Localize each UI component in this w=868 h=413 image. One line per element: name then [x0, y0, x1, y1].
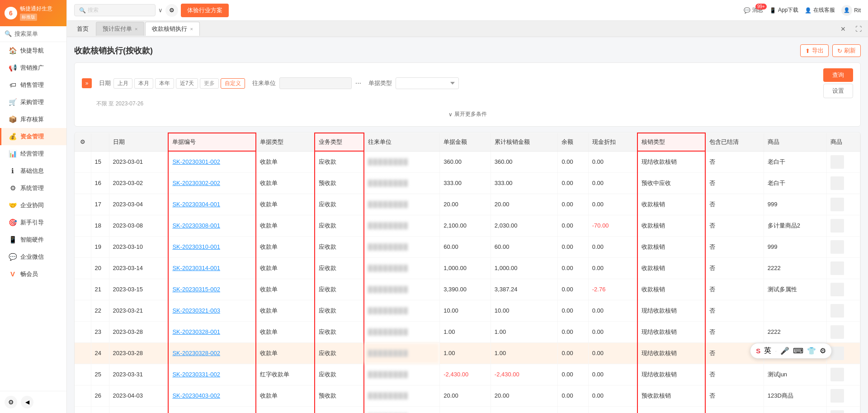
sidebar-item-label: 畅会员: [20, 270, 38, 278]
cell-discount: 0.00: [588, 342, 637, 364]
online-service-button[interactable]: 👤 在线客服: [805, 6, 835, 14]
float-toolbar: S 英 · 🎤 ⌨ 👕 ⚙: [750, 343, 832, 359]
th-cash-discount: 现金折扣: [588, 133, 637, 151]
tab-payable-close[interactable]: ×: [135, 26, 137, 32]
tab-close-all-button[interactable]: ✕: [837, 23, 849, 35]
cell-doc-no[interactable]: SK-20230314-001: [168, 257, 255, 279]
date-filter-label: 日期: [99, 79, 111, 87]
doc-type-select[interactable]: [396, 77, 459, 89]
cell-date: 2023-03-28: [109, 321, 168, 342]
tab-payable[interactable]: 预计应付单 ×: [96, 22, 144, 36]
cell-doc-no[interactable]: SK-20230304-001: [168, 194, 255, 215]
topbar-settings-button[interactable]: ⚙: [165, 4, 178, 17]
cell-amount: 3,390.00: [440, 279, 491, 300]
column-settings-icon[interactable]: ⚙: [80, 138, 85, 145]
cell-write-off-type: 收款核销: [637, 215, 705, 236]
date-btn-7days[interactable]: 近7天: [176, 78, 198, 89]
sidebar-item-operation[interactable]: 📊 经营管理: [0, 145, 66, 162]
wechat-icon: 💬: [9, 253, 17, 261]
sidebar-item-guide[interactable]: 🎯 新手引导: [0, 214, 66, 231]
cell-doc-no[interactable]: SK-20230301-002: [168, 151, 255, 172]
ime-skin-icon[interactable]: 👕: [807, 347, 816, 355]
chevron-down-icon: ∨: [448, 111, 453, 118]
sidebar-gear-button[interactable]: ⚙: [5, 396, 17, 408]
solution-button[interactable]: 体验行业方案: [181, 4, 229, 17]
th-settings[interactable]: ⚙: [75, 133, 91, 151]
cell-discount: 0.00: [588, 257, 637, 279]
cell-product-img: [827, 406, 860, 413]
sidebar-item-label: 基础信息: [20, 167, 44, 175]
app-logo: 6 畅捷通好生意 标推版: [0, 0, 66, 26]
cell-doc-no[interactable]: SK-20230328-001: [168, 321, 255, 342]
cell-doc-no[interactable]: SK-20230308-001: [168, 215, 255, 236]
topbar-dropdown[interactable]: ∨: [158, 7, 163, 14]
date-btn-more[interactable]: 更多: [200, 78, 219, 89]
cell-doc-type: 收款单: [256, 279, 315, 300]
cell-settings: [75, 257, 91, 279]
logo-text: 畅捷通好生意: [20, 5, 52, 13]
cell-settled: 否: [705, 406, 764, 413]
sidebar-item-quick-nav[interactable]: 🏠 快捷导航: [0, 42, 66, 59]
messages-button[interactable]: 💬 消息 99+: [744, 6, 763, 14]
refresh-button[interactable]: ↻ 刷新: [832, 44, 861, 57]
sidebar-search[interactable]: 🔍 搜索菜单: [0, 26, 66, 42]
cell-seq: 19: [91, 236, 109, 257]
service-icon: 👤: [805, 7, 811, 14]
sidebar-item-basic[interactable]: ℹ 基础信息: [0, 162, 66, 180]
date-btn-this-year[interactable]: 本年: [155, 78, 174, 89]
ime-keyboard-icon[interactable]: ⌨: [793, 347, 803, 355]
tabbar-right: ✕ ⛶: [837, 23, 864, 35]
tab-home[interactable]: 首页: [71, 22, 95, 36]
sidebar-item-capital[interactable]: 💰 资金管理: [0, 128, 66, 145]
tab-collection[interactable]: 收款核销执行 ×: [145, 22, 199, 36]
sidebar-item-member[interactable]: V 畅会员: [0, 266, 66, 283]
sidebar-item-wechat[interactable]: 💬 企业微信: [0, 248, 66, 266]
cell-balance: 0.00: [558, 172, 588, 194]
th-seq: [91, 133, 109, 151]
cell-doc-no[interactable]: SK-20230328-002: [168, 342, 255, 364]
cell-seq: 23: [91, 321, 109, 342]
user-name[interactable]: 👤 Rit: [841, 5, 861, 16]
cell-doc-type: 收款单: [256, 194, 315, 215]
ime-english-label[interactable]: 英: [764, 346, 771, 356]
tab-expand-button[interactable]: ⛶: [853, 23, 864, 35]
sidebar-collapse-button[interactable]: ◀: [21, 396, 33, 408]
filter-dots[interactable]: ···: [355, 79, 361, 87]
cell-doc-no[interactable]: SK-20230331-002: [168, 364, 255, 385]
messages-badge: 99+: [755, 4, 767, 9]
sidebar-item-purchase[interactable]: 🛒 采购管理: [0, 94, 66, 111]
cell-doc-no[interactable]: SK-20230408-001: [168, 406, 255, 413]
cell-write-off: -2,430.00: [491, 364, 558, 385]
cell-amount: 60.00: [440, 236, 491, 257]
counterpart-input[interactable]: [279, 77, 352, 89]
cell-doc-no[interactable]: SK-20230403-002: [168, 385, 255, 406]
cell-doc-no[interactable]: SK-20230321-003: [168, 300, 255, 321]
expand-more-button[interactable]: ∨ 展开更多条件: [82, 108, 853, 121]
topbar-search-box[interactable]: 🔍 搜索: [74, 4, 156, 16]
sidebar-item-hardware[interactable]: 📱 智能硬件: [0, 231, 66, 248]
cell-doc-no[interactable]: SK-20230310-001: [168, 236, 255, 257]
cell-biz-type: 应收款: [315, 321, 364, 342]
ime-mic-icon[interactable]: 🎤: [780, 347, 789, 355]
sidebar-item-system[interactable]: ⚙ 系统管理: [0, 180, 66, 197]
filter-settings-button[interactable]: 设置: [823, 84, 853, 98]
tab-collection-close[interactable]: ×: [190, 26, 193, 32]
date-btn-last-month[interactable]: 上月: [113, 78, 132, 89]
query-button[interactable]: 查询: [823, 68, 853, 82]
app-download-button[interactable]: 📱 App下载: [769, 6, 798, 14]
export-button[interactable]: ⬆ 导出: [800, 44, 829, 57]
date-range-display: 不限 至 2023-07-26: [82, 100, 853, 108]
sidebar-item-marketing[interactable]: 📢 营销推广: [0, 59, 66, 76]
filter-toggle-button[interactable]: »: [82, 78, 92, 88]
sidebar-item-sales[interactable]: 🏷 销售管理: [0, 76, 66, 94]
date-btn-custom[interactable]: 自定义: [221, 78, 245, 89]
sidebar-item-enterprise[interactable]: 🤝 企业协同: [0, 197, 66, 214]
cell-doc-no[interactable]: SK-20230302-002: [168, 172, 255, 194]
cell-amount: 20.00: [440, 194, 491, 215]
sidebar-item-inventory[interactable]: 📦 库存核算: [0, 111, 66, 128]
date-btn-this-month[interactable]: 本月: [134, 78, 153, 89]
cell-doc-no[interactable]: SK-20230315-002: [168, 279, 255, 300]
mobile-icon: 📱: [769, 7, 776, 14]
ime-settings-icon[interactable]: ⚙: [820, 347, 826, 355]
message-icon: 💬: [744, 7, 750, 14]
